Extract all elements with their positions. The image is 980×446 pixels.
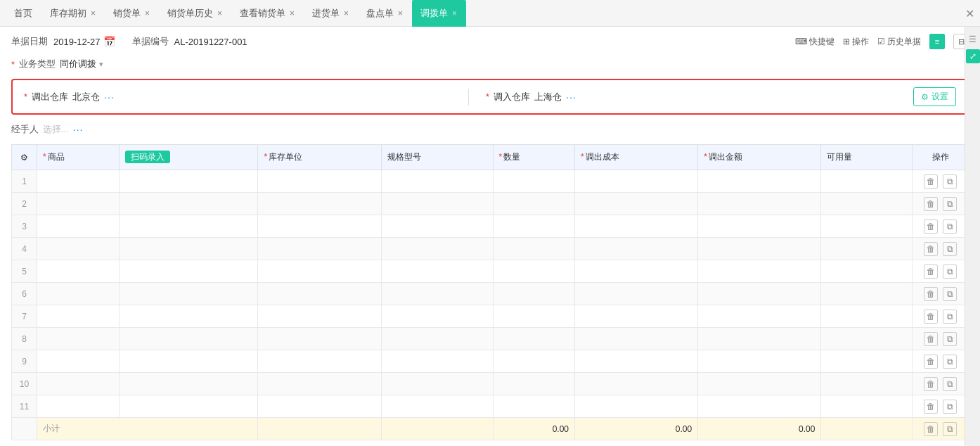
cell-available-7[interactable] (821, 305, 913, 328)
cell-available-4[interactable] (821, 238, 913, 260)
cell-available-10[interactable] (821, 373, 913, 395)
cell-product-7[interactable] (37, 305, 120, 328)
cell-spec-6[interactable] (381, 283, 493, 305)
tab-close-sales-history[interactable]: × (217, 8, 222, 18)
delete-icon-4[interactable]: 🗑 (924, 242, 938, 256)
cell-qty-11[interactable] (493, 395, 575, 418)
cell-amount-3[interactable] (698, 215, 821, 238)
chevron-down-icon[interactable]: ▾ (99, 60, 103, 69)
tab-purchase-order[interactable]: 进货单× (304, 0, 358, 27)
cell-product-2[interactable] (37, 193, 120, 215)
cell-unit-8[interactable] (258, 328, 381, 350)
operator-placeholder[interactable]: 选择... (43, 123, 69, 136)
cell-unit-7[interactable] (258, 305, 381, 328)
layout-list-btn[interactable]: ≡ (929, 34, 945, 49)
cell-product-3[interactable] (37, 215, 120, 238)
cell-qty-5[interactable] (493, 260, 575, 283)
cell-unit-9[interactable] (258, 350, 381, 373)
warehouse-in-value[interactable]: 上海仓 (534, 91, 562, 103)
cell-qty-10[interactable] (493, 373, 575, 395)
cell-product-6[interactable] (37, 283, 120, 305)
copy-icon-1[interactable]: ⧉ (943, 174, 957, 189)
copy-icon-10[interactable]: ⧉ (943, 377, 957, 391)
cell-unit-6[interactable] (258, 283, 381, 305)
tab-inventory-init[interactable]: 库存期初× (41, 0, 105, 27)
cell-available-1[interactable] (821, 170, 913, 193)
warehouse-out-more-btn[interactable]: ··· (104, 91, 115, 103)
subtotal-copy-icon[interactable]: ⧉ (943, 422, 957, 436)
cell-spec-3[interactable] (381, 215, 493, 238)
copy-icon-9[interactable]: ⧉ (943, 355, 957, 369)
cell-product-4[interactable] (37, 238, 120, 260)
cell-cost-1[interactable] (575, 170, 698, 193)
cell-amount-4[interactable] (698, 238, 821, 260)
cell-available-8[interactable] (821, 328, 913, 350)
cell-qty-4[interactable] (493, 238, 575, 260)
cell-spec-5[interactable] (381, 260, 493, 283)
cell-qty-3[interactable] (493, 215, 575, 238)
copy-icon-2[interactable]: ⧉ (943, 197, 957, 211)
scan-button[interactable]: 扫码录入 (125, 151, 170, 163)
cell-cost-9[interactable] (575, 350, 698, 373)
cell-amount-8[interactable] (698, 328, 821, 350)
cell-available-11[interactable] (821, 395, 913, 418)
warehouse-out-value[interactable]: 北京仓 (72, 91, 100, 103)
tab-close-sales-order[interactable]: × (145, 8, 150, 18)
cell-amount-5[interactable] (698, 260, 821, 283)
cell-cost-11[interactable] (575, 395, 698, 418)
cell-available-3[interactable] (821, 215, 913, 238)
cell-cost-4[interactable] (575, 238, 698, 260)
cell-cost-3[interactable] (575, 215, 698, 238)
business-type-value[interactable]: 同价调拨 ▾ (60, 58, 103, 70)
cell-cost-6[interactable] (575, 283, 698, 305)
delete-icon-9[interactable]: 🗑 (924, 355, 938, 369)
cell-amount-11[interactable] (698, 395, 821, 418)
cell-unit-3[interactable] (258, 215, 381, 238)
cell-product-9[interactable] (37, 350, 120, 373)
cell-cost-8[interactable] (575, 328, 698, 350)
cell-product-5[interactable] (37, 260, 120, 283)
sidebar-list-icon[interactable]: ☰ (966, 32, 980, 46)
cell-unit-10[interactable] (258, 373, 381, 395)
cell-amount-10[interactable] (698, 373, 821, 395)
delete-icon-1[interactable]: 🗑 (924, 174, 938, 189)
cell-spec-7[interactable] (381, 305, 493, 328)
tab-sales-history[interactable]: 销货单历史× (159, 0, 231, 27)
cell-amount-7[interactable] (698, 305, 821, 328)
cell-cost-5[interactable] (575, 260, 698, 283)
cell-product-11[interactable] (37, 395, 120, 418)
copy-icon-5[interactable]: ⧉ (943, 265, 957, 279)
copy-icon-11[interactable]: ⧉ (943, 400, 957, 414)
cell-cost-10[interactable] (575, 373, 698, 395)
cell-qty-9[interactable] (493, 350, 575, 373)
cell-product-1[interactable] (37, 170, 120, 193)
delete-icon-5[interactable]: 🗑 (924, 265, 938, 279)
delete-icon-10[interactable]: 🗑 (924, 377, 938, 391)
cell-amount-2[interactable] (698, 193, 821, 215)
tab-close-view-sales[interactable]: × (290, 8, 295, 18)
cell-unit-1[interactable] (258, 170, 381, 193)
window-close-button[interactable]: ✕ (965, 6, 974, 20)
cell-qty-6[interactable] (493, 283, 575, 305)
cell-qty-7[interactable] (493, 305, 575, 328)
operations-btn[interactable]: ⊞ 操作 (843, 36, 869, 48)
delete-icon-11[interactable]: 🗑 (924, 400, 938, 414)
tab-close-inventory-check[interactable]: × (398, 8, 403, 18)
cell-amount-6[interactable] (698, 283, 821, 305)
cell-product-8[interactable] (37, 328, 120, 350)
tab-sales-order[interactable]: 销货单× (105, 0, 159, 27)
cell-spec-2[interactable] (381, 193, 493, 215)
cell-spec-8[interactable] (381, 328, 493, 350)
tab-transfer-order[interactable]: 调拨单× (412, 0, 466, 27)
cell-available-6[interactable] (821, 283, 913, 305)
cell-unit-2[interactable] (258, 193, 381, 215)
copy-icon-8[interactable]: ⧉ (943, 332, 957, 346)
tab-view-sales[interactable]: 查看销货单× (231, 0, 304, 27)
copy-icon-6[interactable]: ⧉ (943, 287, 957, 301)
cell-spec-11[interactable] (381, 395, 493, 418)
cell-spec-10[interactable] (381, 373, 493, 395)
cell-available-5[interactable] (821, 260, 913, 283)
cell-available-9[interactable] (821, 350, 913, 373)
copy-icon-3[interactable]: ⧉ (943, 219, 957, 234)
cell-spec-1[interactable] (381, 170, 493, 193)
